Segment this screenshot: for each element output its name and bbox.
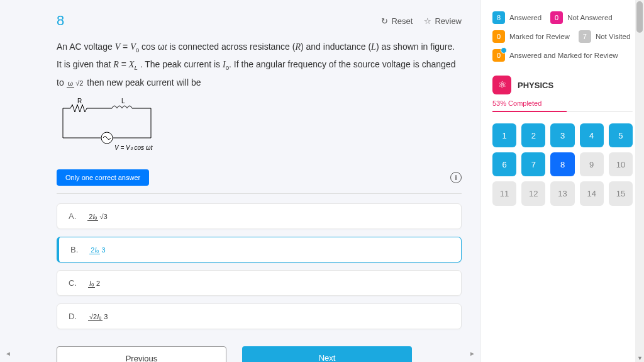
svg-text:V = V₀ cos ωt: V = V₀ cos ωt: [114, 144, 153, 151]
physics-icon: ⚛: [492, 76, 511, 94]
question-actions: ↻ Reset ☆ Review: [381, 16, 462, 26]
next-button[interactable]: Next: [242, 346, 412, 362]
reset-label: Reset: [391, 16, 413, 26]
question-number: 8: [57, 13, 64, 29]
not-visited-label: Not Visited: [596, 33, 630, 40]
scrollbar[interactable]: ▲ ▼: [635, 0, 644, 362]
option-a-label: A.: [69, 212, 76, 221]
divider: [57, 193, 462, 194]
review-button[interactable]: ☆ Review: [424, 16, 462, 26]
scroll-thumb[interactable]: [636, 1, 643, 33]
legend-amr: 0 Answered and Marked for Review: [492, 49, 633, 62]
status-legend: 8 Answered 0 Not Answered 0 Marked for R…: [492, 11, 633, 62]
option-c[interactable]: C. I₀2: [57, 270, 462, 296]
option-b-label: B.: [70, 245, 78, 254]
legend-not-answered: 0 Not Answered: [550, 11, 613, 24]
marked-badge: 0: [492, 30, 505, 43]
sidebar: 8 Answered 0 Not Answered 0 Marked for R…: [480, 0, 644, 362]
amr-label: Answered and Marked for Review: [509, 52, 618, 59]
palette-q9[interactable]: 9: [580, 152, 604, 176]
inductor-label: L: [121, 98, 125, 105]
reset-button[interactable]: ↻ Reset: [381, 16, 413, 26]
scroll-down-icon[interactable]: ▼: [637, 355, 643, 361]
info-icon[interactable]: i: [450, 172, 462, 183]
palette-q8[interactable]: 8: [550, 152, 574, 176]
option-b[interactable]: B. 2I₀3: [57, 237, 462, 263]
palette-q10[interactable]: 10: [609, 152, 633, 176]
hint-row: Only one correct answer i: [57, 169, 462, 186]
amr-badge: 0: [492, 49, 505, 62]
question-panel: 8 ↻ Reset ☆ Review An AC voltage V = V0 …: [0, 0, 480, 362]
previous-button[interactable]: Previous: [57, 346, 226, 362]
palette-q1[interactable]: 1: [492, 123, 516, 147]
palette-q14[interactable]: 14: [580, 181, 604, 205]
option-a-value: 2I₀√3: [87, 213, 108, 220]
legend-marked: 0 Marked for Review: [492, 30, 570, 43]
question-header: 8 ↻ Reset ☆ Review: [57, 13, 462, 29]
star-icon: ☆: [424, 16, 431, 26]
subject-title: PHYSICS: [518, 81, 553, 90]
question-palette: 1 2 3 4 5 6 7 8 9 10 11 12 13 14 15: [492, 123, 633, 206]
page-right-icon[interactable]: ►: [469, 350, 475, 357]
option-a[interactable]: A. 2I₀√3: [57, 203, 462, 229]
palette-q13[interactable]: 13: [550, 181, 574, 205]
completion-text: 53% Completed: [492, 99, 633, 107]
palette-q15[interactable]: 15: [609, 181, 633, 205]
subject-header: ⚛ PHYSICS: [492, 76, 633, 94]
legend-not-visited: 7 Not Visited: [579, 30, 630, 43]
palette-q11[interactable]: 11: [492, 181, 516, 205]
legend-answered: 8 Answered: [492, 11, 541, 24]
page-left-icon[interactable]: ◄: [5, 350, 11, 357]
palette-q12[interactable]: 12: [521, 181, 545, 205]
option-d-label: D.: [69, 312, 77, 321]
option-c-label: C.: [69, 278, 77, 288]
not-answered-label: Not Answered: [567, 14, 613, 21]
question-text: An AC voltage V = V0 cos ωt is connected…: [57, 38, 462, 91]
option-b-value: 2I₀3: [89, 246, 106, 254]
answered-badge: 8: [492, 11, 505, 24]
palette-q5[interactable]: 5: [609, 123, 633, 147]
progress-bar: [492, 111, 633, 112]
answered-label: Answered: [509, 14, 541, 21]
circuit-diagram: R L V = V₀ cos ωt: [57, 97, 462, 154]
nav-buttons: Previous Next: [57, 337, 462, 362]
option-d[interactable]: D. √2I₀3: [57, 303, 462, 329]
palette-q3[interactable]: 3: [550, 123, 574, 147]
option-c-value: I₀2: [88, 280, 101, 287]
not-visited-badge: 7: [579, 30, 591, 43]
palette-q2[interactable]: 2: [521, 123, 545, 147]
reset-icon: ↻: [381, 16, 388, 26]
resistor-label: R: [77, 98, 82, 105]
answer-type-badge: Only one correct answer: [57, 169, 149, 186]
not-answered-badge: 0: [550, 11, 563, 24]
palette-q7[interactable]: 7: [521, 152, 545, 176]
marked-label: Marked for Review: [509, 33, 570, 40]
option-d-value: √2I₀3: [88, 313, 109, 320]
palette-q6[interactable]: 6: [492, 152, 516, 176]
review-label: Review: [435, 16, 462, 26]
palette-q4[interactable]: 4: [580, 123, 604, 147]
